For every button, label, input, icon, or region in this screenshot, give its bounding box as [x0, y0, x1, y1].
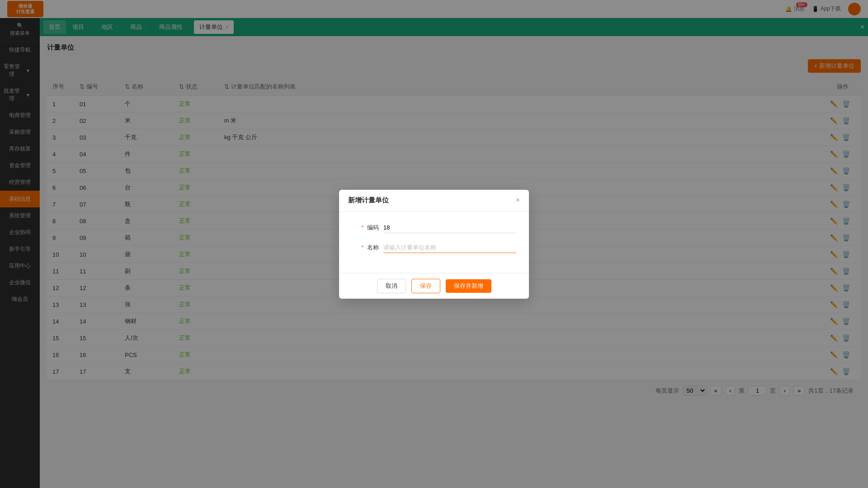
name-label: * 名称 — [352, 244, 379, 252]
modal-footer: 取消 保存 保存并新增 — [339, 273, 529, 299]
modal-body: * 编码 * 名称 — [339, 211, 529, 273]
name-input[interactable] — [383, 242, 516, 253]
required-mark: * — [361, 224, 363, 231]
modal-overlay: 新增计量单位 × * 编码 * 名称 取消 保存 保存并新增 — [0, 0, 868, 488]
code-label: * 编码 — [352, 224, 379, 232]
form-row-code: * 编码 — [352, 222, 516, 233]
form-row-name: * 名称 — [352, 242, 516, 253]
code-input[interactable] — [383, 222, 516, 233]
modal-close-button[interactable]: × — [516, 196, 520, 204]
add-unit-modal: 新增计量单位 × * 编码 * 名称 取消 保存 保存并新增 — [339, 190, 529, 299]
required-mark: * — [361, 244, 363, 251]
save-button[interactable]: 保存 — [411, 279, 440, 293]
save-and-add-button[interactable]: 保存并新增 — [446, 279, 491, 293]
modal-header: 新增计量单位 × — [339, 190, 529, 211]
modal-title: 新增计量单位 — [348, 196, 389, 205]
cancel-button[interactable]: 取消 — [377, 279, 406, 293]
